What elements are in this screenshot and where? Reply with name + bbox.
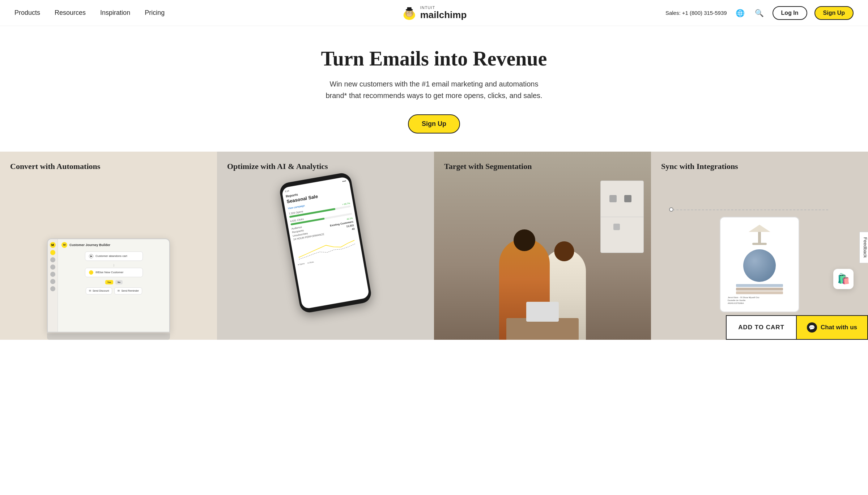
laptop-content: M Customer Journey Builder ▶ Customer ab… — [59, 239, 169, 332]
sidebar-dot-4 — [50, 272, 55, 277]
mailchimp-logo-icon — [401, 5, 417, 21]
branch-row: Yes No — [61, 280, 166, 284]
mc-logo-small: M — [61, 242, 67, 248]
navigation: Products Resources Inspiration Pricing I… — [0, 0, 868, 26]
lamp-base — [752, 243, 767, 245]
svg-point-3 — [407, 13, 412, 17]
hero-title: Turn Emails into Revenue — [7, 48, 861, 70]
login-button[interactable]: Log In — [773, 6, 807, 20]
sales-number: Sales: +1 (800) 315-5939 — [665, 10, 727, 16]
scene-background — [434, 152, 651, 340]
globe-icon[interactable]: 🌐 — [734, 7, 746, 19]
panel-analytics: Optimize with AI & Analytics 3:14 ●●● Re… — [217, 152, 434, 340]
sidebar-dot-6 — [50, 286, 55, 291]
panel-analytics-title: Optimize with AI & Analytics — [227, 162, 328, 171]
add-to-cart-button[interactable]: ADD TO CART — [726, 315, 797, 340]
laptop-screen: M M Customer Journey Builder — [47, 238, 170, 333]
branch-yes: Yes — [105, 280, 113, 284]
panel-segmentation: Target with Segmentation — [434, 152, 651, 340]
action-discount: ✉ Send Discount — [86, 287, 112, 295]
dotted-line — [669, 210, 828, 210]
signup-button-nav[interactable]: Sign Up — [814, 6, 854, 20]
feedback-tab[interactable]: Feedback — [859, 232, 868, 263]
nav-item-inspiration[interactable]: Inspiration — [100, 9, 130, 17]
svg-rect-9 — [407, 7, 412, 10]
journey-header: M Customer Journey Builder — [61, 242, 166, 248]
sidebar-dot-5 — [50, 279, 55, 284]
book-3 — [736, 291, 783, 294]
sidebar-logo: M — [50, 242, 56, 248]
lamp-illustration — [728, 225, 791, 245]
journey-node-abandon: ▶ Customer abandons cart — [85, 251, 143, 261]
people-scene — [434, 152, 651, 340]
shopify-icon: 🛍️ — [837, 273, 850, 285]
signup-button-hero[interactable]: Sign Up — [408, 114, 460, 134]
lamp-body — [758, 232, 761, 243]
sidebar-dot-3 — [50, 265, 55, 270]
dot-indicator — [669, 207, 673, 212]
laptop-mockup: M M Customer Journey Builder — [0, 181, 217, 340]
product-card: Jenni Klein - I'll Show Myself Out Danie… — [720, 217, 799, 312]
laptop-on-desk — [526, 302, 559, 322]
head-2 — [554, 241, 574, 261]
phone-body: 3:14 ●●● Reports Seasonal Sale View camp… — [278, 172, 373, 314]
nav-item-pricing[interactable]: Pricing — [145, 9, 165, 17]
panel-automations-title: Convert with Automations — [10, 162, 100, 171]
nav-item-products[interactable]: Products — [14, 9, 40, 17]
book-stack — [728, 284, 791, 294]
phone-screen: 3:14 ●●● Reports Seasonal Sale View camp… — [281, 176, 370, 309]
decorative-ball — [743, 249, 776, 282]
chat-button[interactable]: 💬 Chat with us — [797, 315, 868, 340]
journey-node-ifelse: ⚡ If/Else New Customer — [85, 268, 143, 277]
people-group — [434, 224, 651, 340]
book-label-3: ARAN ESTEMIA — [728, 302, 791, 304]
lamp-shade — [749, 225, 770, 232]
logo-main-text: mailchimp — [420, 10, 467, 20]
nav-item-resources[interactable]: Resources — [55, 9, 86, 17]
book-labels: Jenni Klein - I'll Show Myself Out Danie… — [728, 296, 791, 304]
connector-line: | — [61, 264, 166, 266]
panel-automations: Convert with Automations M M — [0, 152, 217, 340]
head-1 — [514, 229, 535, 251]
action-row: ✉ Send Discount ✉ Send Reminder — [61, 287, 166, 295]
laptop-sidebar: M — [48, 239, 58, 332]
feature-panels: Convert with Automations M M — [0, 152, 868, 340]
nav-left: Products Resources Inspiration Pricing — [14, 9, 165, 17]
hero-section: Turn Emails into Revenue Win new custome… — [0, 26, 868, 152]
sidebar-dot-1 — [50, 250, 55, 255]
book-label-2: Danielle de Vanille — [728, 299, 791, 301]
chat-bubble-icon: 💬 — [807, 322, 817, 333]
book-2 — [736, 288, 783, 291]
site-logo[interactable]: INTUIT mailchimp — [401, 5, 467, 21]
ifelse-icon: ⚡ — [89, 270, 93, 275]
sidebar-dot-2 — [50, 257, 55, 262]
phone-mockup: 3:14 ●●● Reports Seasonal Sale View camp… — [278, 172, 373, 314]
book-1 — [736, 284, 783, 287]
segmentation-photo — [434, 152, 651, 340]
action-reminder: ✉ Send Reminder — [114, 287, 142, 295]
shopify-badge: 🛍️ — [833, 269, 854, 289]
hero-subtitle: Win new customers with the #1 email mark… — [322, 78, 546, 101]
svg-point-6 — [408, 12, 408, 13]
book-label-1: Jenni Klein - I'll Show Myself Out — [728, 296, 791, 299]
svg-point-7 — [410, 12, 411, 13]
panel-bottom-bar: ADD TO CART 💬 Chat with us — [726, 315, 868, 340]
panel-integrations: Sync with Integrations — [651, 152, 868, 340]
nav-right: Sales: +1 (800) 315-5939 🌐 🔍 Log In Sign… — [665, 6, 854, 20]
panel-segmentation-title: Target with Segmentation — [444, 162, 532, 171]
abandon-icon: ▶ — [89, 254, 93, 258]
panel-integrations-title: Sync with Integrations — [661, 162, 738, 171]
laptop-keyboard — [47, 333, 170, 340]
branch-no: No — [115, 280, 123, 284]
search-icon[interactable]: 🔍 — [753, 7, 765, 19]
